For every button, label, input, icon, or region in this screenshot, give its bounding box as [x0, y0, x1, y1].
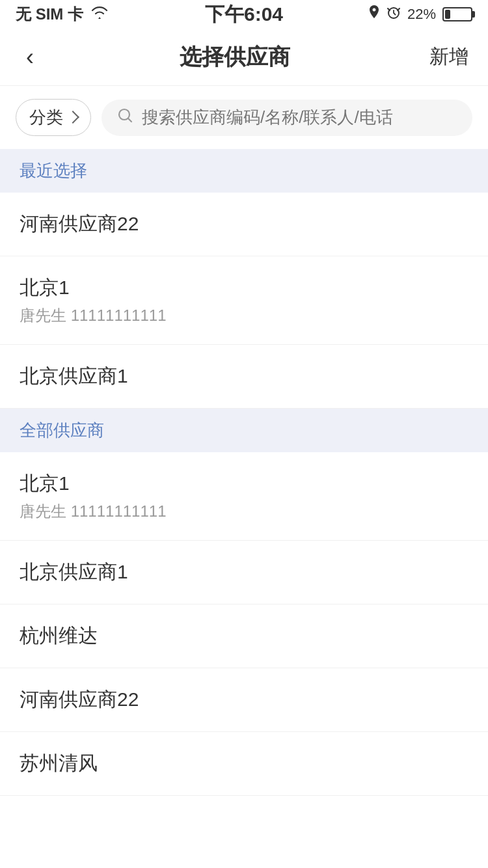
- list-item[interactable]: 河南供应商22: [0, 668, 488, 732]
- time-display: 下午6:04: [205, 1, 283, 28]
- status-bar: 无 SIM 卡 下午6:04 22%: [0, 0, 488, 29]
- list-item[interactable]: 苏州清风: [0, 732, 488, 796]
- category-label: 分类: [29, 106, 63, 129]
- search-input[interactable]: [142, 107, 457, 128]
- section-header-all: 全部供应商: [0, 409, 488, 452]
- carrier-label: 无 SIM 卡: [16, 4, 83, 25]
- status-left: 无 SIM 卡: [16, 4, 109, 25]
- chevron-right-icon: [66, 111, 79, 124]
- battery-icon: [442, 7, 472, 21]
- item-name: 北京供应商1: [20, 363, 468, 390]
- list-item[interactable]: 北京1唐先生 11111111111: [0, 452, 488, 541]
- item-name: 苏州清风: [20, 750, 468, 777]
- supplier-list: 最近选择河南供应商22北京1唐先生 11111111111北京供应商1全部供应商…: [0, 149, 488, 796]
- item-name: 杭州维达: [20, 623, 468, 649]
- list-item[interactable]: 北京供应商1: [0, 345, 488, 409]
- item-name: 北京供应商1: [20, 559, 468, 586]
- item-contact: 唐先生 11111111111: [20, 305, 468, 326]
- battery-percentage: 22%: [407, 6, 436, 23]
- item-contact: 唐先生 11111111111: [20, 501, 468, 522]
- filter-bar: 分类: [0, 86, 488, 149]
- section-label-all: 全部供应商: [20, 420, 104, 440]
- location-icon: [368, 5, 380, 23]
- item-name: 北京1: [20, 275, 468, 301]
- page-title: 选择供应商: [180, 42, 290, 72]
- add-button[interactable]: 新增: [429, 44, 468, 70]
- nav-bar: ‹ 选择供应商 新增: [0, 29, 488, 86]
- back-button[interactable]: ‹: [20, 37, 40, 77]
- item-name: 河南供应商22: [20, 211, 468, 237]
- list-item[interactable]: 北京供应商1: [0, 541, 488, 604]
- alarm-icon: [386, 5, 401, 23]
- section-header-recent: 最近选择: [0, 149, 488, 193]
- wifi-icon: [90, 5, 109, 23]
- section-label-recent: 最近选择: [20, 161, 87, 180]
- list-item[interactable]: 河南供应商22: [0, 193, 488, 256]
- category-filter-button[interactable]: 分类: [16, 99, 91, 136]
- item-name: 北京1: [20, 470, 468, 497]
- item-name: 河南供应商22: [20, 686, 468, 713]
- list-item[interactable]: 杭州维达: [0, 604, 488, 668]
- list-item[interactable]: 北京1唐先生 11111111111: [0, 256, 488, 345]
- search-icon: [117, 107, 134, 128]
- search-box[interactable]: [102, 100, 472, 136]
- status-right: 22%: [368, 5, 472, 23]
